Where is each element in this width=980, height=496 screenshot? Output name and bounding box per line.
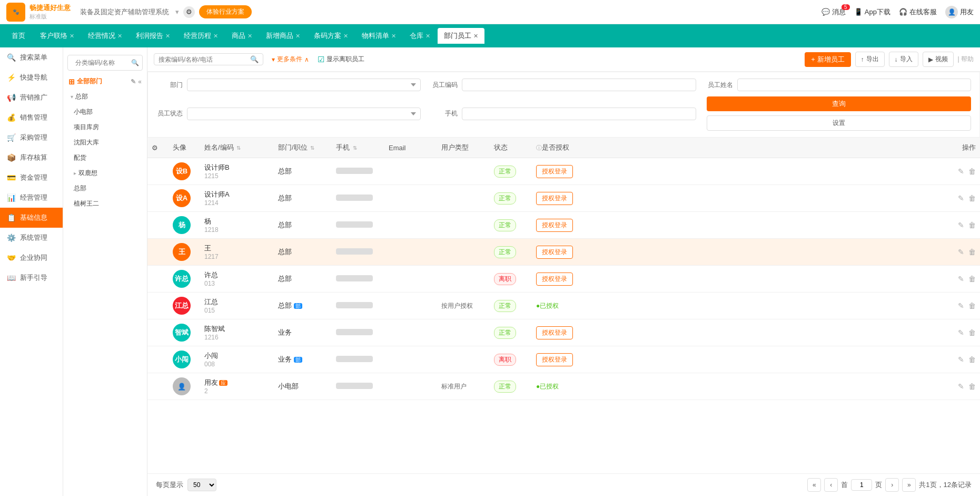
tab-customer[interactable]: 客户联络 ✕ bbox=[34, 28, 81, 44]
edit-dept-icon[interactable]: ✎ bbox=[131, 78, 136, 85]
tab-addgoods[interactable]: 新增商品 ✕ bbox=[260, 28, 306, 44]
tab-close-icon[interactable]: ✕ bbox=[117, 33, 122, 40]
edit-icon[interactable]: ✎ bbox=[958, 275, 964, 283]
view-btn[interactable]: ▶ 视频 bbox=[923, 52, 954, 67]
collapse-icon[interactable]: « bbox=[138, 78, 142, 85]
dept-item-zhishu[interactable]: 植树王二 bbox=[63, 196, 147, 211]
delete-icon[interactable]: 🗑 bbox=[968, 328, 976, 337]
edit-icon[interactable]: ✎ bbox=[958, 302, 964, 310]
sidebar-item-search[interactable]: 🔍 搜索菜单 bbox=[0, 47, 63, 67]
tab-employee[interactable]: 部门员工 ✕ bbox=[438, 28, 484, 44]
sidebar-item-basic[interactable]: 📋 基础信息 bbox=[0, 208, 63, 228]
prev-page-btn[interactable]: ‹ bbox=[824, 478, 838, 492]
trial-btn[interactable]: 体验行业方案 bbox=[199, 5, 252, 18]
tab-close-icon[interactable]: ✕ bbox=[343, 33, 348, 40]
auth-btn[interactable]: 授权登录 bbox=[536, 246, 573, 259]
status-select[interactable] bbox=[187, 108, 421, 120]
delete-icon[interactable]: 🗑 bbox=[968, 248, 976, 256]
delete-icon[interactable]: 🗑 bbox=[968, 194, 976, 202]
tab-close-icon[interactable]: ✕ bbox=[295, 33, 300, 40]
page-size-select[interactable]: 50 20 100 bbox=[187, 479, 216, 491]
empname-input[interactable] bbox=[737, 79, 971, 91]
reset-btn[interactable]: 设置 bbox=[707, 115, 971, 131]
phone-input[interactable] bbox=[462, 108, 696, 120]
sidebar-item-collab[interactable]: 🤝 企业协同 bbox=[0, 248, 63, 268]
delete-icon[interactable]: 🗑 bbox=[968, 355, 976, 364]
empcode-input[interactable] bbox=[462, 79, 696, 91]
next-page-btn[interactable]: › bbox=[885, 478, 899, 492]
col-phone[interactable]: 手机 ⇅ bbox=[332, 138, 384, 158]
tab-operation[interactable]: 经营情况 ✕ bbox=[82, 28, 128, 44]
system-title-chevron[interactable]: ▾ bbox=[175, 8, 179, 16]
sidebar-item-inventory[interactable]: 📦 库存核算 bbox=[0, 148, 63, 168]
tab-bom[interactable]: 物料清单 ✕ bbox=[355, 28, 402, 44]
dept-search-input[interactable] bbox=[71, 57, 129, 69]
sidebar-item-guide[interactable]: 📖 新手引导 bbox=[0, 268, 63, 288]
delete-icon[interactable]: 🗑 bbox=[968, 221, 976, 229]
dept-item-shuanglu[interactable]: ▸ 双鹿想 bbox=[63, 166, 147, 181]
tab-close-icon[interactable]: ✕ bbox=[165, 33, 170, 40]
more-filter-btn[interactable]: ▾ 更多条件 ∧ bbox=[268, 53, 313, 66]
export-btn[interactable]: ↑ 导出 bbox=[855, 52, 885, 67]
edit-icon[interactable]: ✎ bbox=[958, 248, 964, 256]
auth-btn[interactable]: 授权登录 bbox=[536, 353, 573, 366]
dept-item-headquarters[interactable]: 总部 bbox=[63, 181, 147, 196]
tab-history[interactable]: 经营历程 ✕ bbox=[177, 28, 224, 44]
sidebar-item-purchase[interactable]: 🛒 采购管理 bbox=[0, 128, 63, 148]
edit-icon[interactable]: ✎ bbox=[958, 355, 964, 364]
edit-icon[interactable]: ✎ bbox=[958, 328, 964, 337]
delete-icon[interactable]: 🗑 bbox=[968, 302, 976, 310]
auth-btn[interactable]: 授权登录 bbox=[536, 273, 573, 286]
tab-barcode[interactable]: 条码方案 ✕ bbox=[308, 28, 354, 44]
tab-close-icon[interactable]: ✕ bbox=[70, 33, 74, 40]
auth-btn[interactable]: 授权登录 bbox=[536, 219, 573, 232]
tab-close-icon[interactable]: ✕ bbox=[213, 33, 218, 40]
dept-item-xiao-dian[interactable]: 小电部 bbox=[63, 104, 147, 120]
tab-warehouse[interactable]: 仓库 ✕ bbox=[403, 28, 437, 44]
tab-profit[interactable]: 利润报告 ✕ bbox=[130, 28, 176, 44]
tab-close-icon[interactable]: ✕ bbox=[248, 33, 252, 40]
sidebar-item-marketing[interactable]: 📢 营销推广 bbox=[0, 87, 63, 108]
edit-icon[interactable]: ✎ bbox=[958, 167, 964, 176]
search-icon[interactable]: 🔍 bbox=[250, 55, 259, 63]
dept-root-header[interactable]: ▾ 总部 bbox=[63, 89, 147, 104]
col-settings[interactable]: ⚙ bbox=[147, 138, 169, 158]
app-download-btn[interactable]: 📱 App下载 bbox=[854, 7, 890, 17]
message-btn[interactable]: 💬 消息 5 bbox=[821, 7, 846, 17]
sidebar-item-operation[interactable]: 📊 经营管理 bbox=[0, 188, 63, 208]
auth-btn[interactable]: 授权登录 bbox=[536, 192, 573, 205]
checkbox-icon[interactable]: ☑ bbox=[318, 55, 324, 64]
auth-btn[interactable]: 授权登录 bbox=[536, 165, 573, 178]
sidebar-item-shortcuts[interactable]: ⚡ 快捷导航 bbox=[0, 67, 63, 87]
tab-close-icon[interactable]: ✕ bbox=[473, 33, 478, 40]
user-avatar[interactable]: 👤 用友 bbox=[945, 6, 974, 18]
auth-btn[interactable]: 授权登录 bbox=[536, 326, 573, 339]
all-dept-header[interactable]: ⊞ 全部部门 ✎ « bbox=[63, 74, 147, 89]
online-service-btn[interactable]: 🎧 在线客服 bbox=[899, 7, 937, 17]
sidebar-item-system[interactable]: ⚙️ 系统管理 bbox=[0, 228, 63, 248]
query-btn[interactable]: 查询 bbox=[707, 96, 971, 111]
delete-icon[interactable]: 🗑 bbox=[968, 275, 976, 283]
edit-icon[interactable]: ✎ bbox=[958, 194, 964, 202]
col-name[interactable]: 姓名/编码 ⇅ bbox=[200, 138, 274, 158]
search-input[interactable] bbox=[159, 56, 248, 63]
tab-close-icon[interactable]: ✕ bbox=[391, 33, 396, 40]
dept-item-shenyang[interactable]: 沈阳大库 bbox=[63, 135, 147, 150]
sidebar-item-sales[interactable]: 💰 销售管理 bbox=[0, 108, 63, 128]
tab-close-icon[interactable]: ✕ bbox=[425, 33, 430, 40]
dept-item-project[interactable]: 项目库房 bbox=[63, 120, 147, 135]
help-btn[interactable]: | 帮助 bbox=[958, 55, 974, 64]
edit-icon[interactable]: ✎ bbox=[958, 221, 964, 229]
first-page-btn[interactable]: « bbox=[807, 478, 821, 492]
import-btn[interactable]: ↓ 导入 bbox=[889, 52, 918, 67]
tab-goods[interactable]: 商品 ✕ bbox=[225, 28, 259, 44]
settings-gear-icon[interactable]: ⚙ bbox=[183, 6, 195, 18]
edit-icon[interactable]: ✎ bbox=[958, 382, 964, 391]
last-page-btn[interactable]: » bbox=[902, 478, 916, 492]
delete-icon[interactable]: 🗑 bbox=[968, 382, 976, 391]
dept-select[interactable] bbox=[187, 79, 421, 91]
tab-home[interactable]: 首页 bbox=[4, 28, 33, 44]
page-input[interactable] bbox=[851, 479, 872, 491]
sidebar-item-finance[interactable]: 💳 资金管理 bbox=[0, 168, 63, 188]
delete-icon[interactable]: 🗑 bbox=[968, 167, 976, 176]
